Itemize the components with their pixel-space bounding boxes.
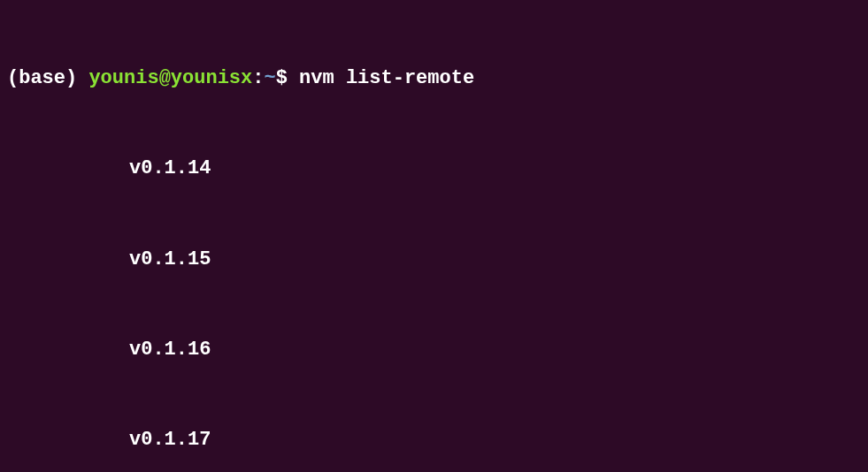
output-line: v0.1.15 [7, 245, 861, 275]
output-line: v0.1.17 [7, 425, 861, 455]
terminal[interactable]: (base) younis@younisx:~$ nvm list-remote… [7, 4, 861, 472]
output-line: v0.1.16 [7, 335, 861, 365]
dollar-sign: $ [276, 67, 299, 89]
user-host: younis@younisx [88, 67, 252, 89]
output-line: v0.1.14 [7, 154, 861, 184]
path: ~ [264, 67, 275, 89]
env-base: (base) [7, 67, 88, 89]
prompt-line: (base) younis@younisx:~$ nvm list-remote [7, 64, 861, 94]
prompt-colon: : [252, 67, 264, 89]
command-text: nvm list-remote [299, 67, 474, 89]
